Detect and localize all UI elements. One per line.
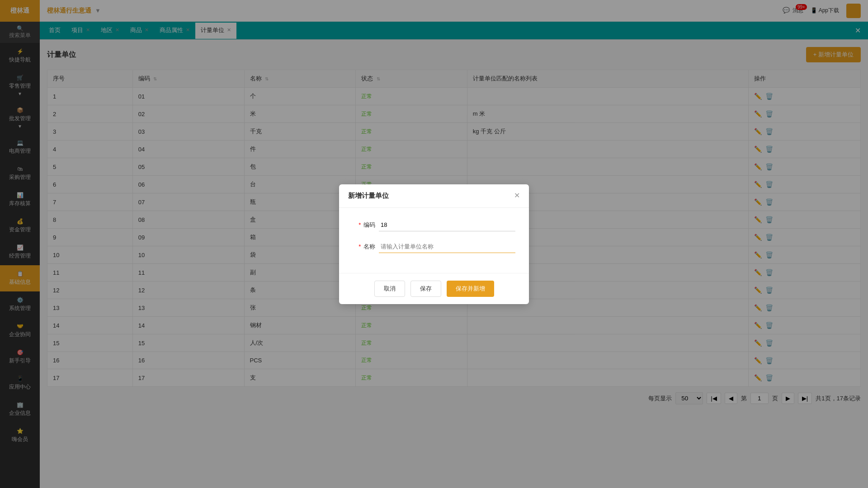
code-label: * 编码	[353, 221, 375, 229]
add-unit-modal: 新增计量单位 ✕ * 编码 * 名称 取消 保存 保存并新增	[339, 184, 529, 304]
modal-header: 新增计量单位 ✕	[339, 184, 529, 208]
save-button[interactable]: 保存	[410, 281, 441, 297]
name-label: * 名称	[353, 243, 375, 251]
modal-overlay[interactable]: 新增计量单位 ✕ * 编码 * 名称 取消 保存 保存并新增	[0, 0, 868, 488]
code-field-row: * 编码	[353, 219, 515, 231]
required-mark: *	[359, 243, 361, 250]
modal-title: 新增计量单位	[348, 192, 389, 200]
modal-close-icon[interactable]: ✕	[514, 192, 520, 199]
name-input[interactable]	[379, 240, 515, 253]
save-and-new-button[interactable]: 保存并新增	[447, 281, 494, 297]
modal-footer: 取消 保存 保存并新增	[339, 273, 529, 304]
required-mark: *	[359, 221, 361, 228]
name-field-row: * 名称	[353, 240, 515, 253]
modal-body: * 编码 * 名称	[339, 208, 529, 273]
code-input[interactable]	[379, 219, 515, 231]
cancel-button[interactable]: 取消	[374, 281, 405, 297]
